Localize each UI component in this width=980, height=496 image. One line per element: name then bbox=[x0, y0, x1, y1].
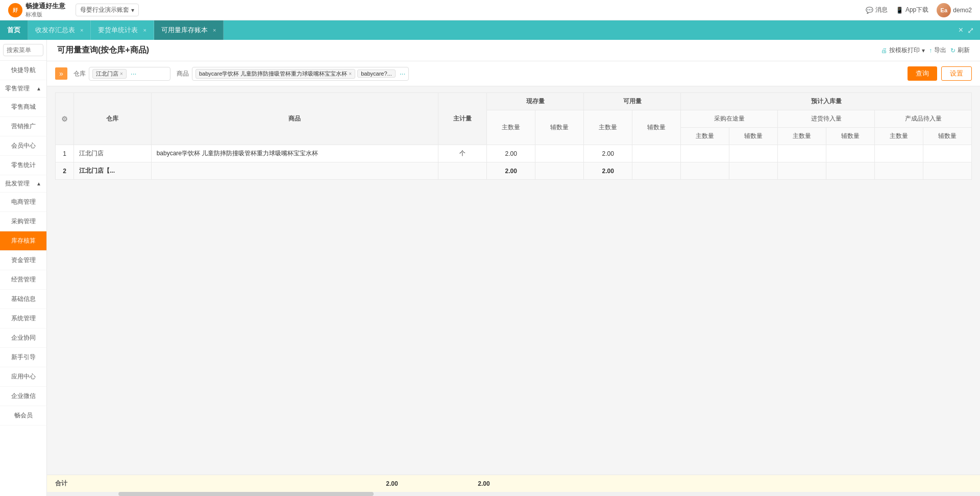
horizontal-scrollbar[interactable] bbox=[47, 492, 980, 496]
row2-prod-main bbox=[875, 162, 923, 180]
print-icon: 🖨 bbox=[881, 47, 887, 54]
sidebar-item-operation[interactable]: 经营管理 bbox=[0, 270, 46, 290]
inbound-pending-header: 进货待入量 bbox=[778, 110, 875, 128]
query-button[interactable]: 查询 bbox=[908, 66, 937, 81]
industry-selector[interactable]: 母婴行业演示账套 ▾ bbox=[76, 4, 139, 16]
footer-bar: 合计 2.00 2.00 bbox=[47, 475, 980, 492]
sidebar-item-newbie[interactable]: 新手引导 bbox=[0, 348, 46, 367]
row2-unit bbox=[438, 162, 487, 180]
sidebar-item-zero-mall[interactable]: 零售商城 bbox=[0, 98, 46, 117]
sidebar-item-batch-mgmt[interactable]: 批发管理 ▲ bbox=[0, 175, 46, 193]
prod-main-header: 主数量 bbox=[875, 128, 923, 145]
in-main-header: 主数量 bbox=[778, 128, 826, 145]
tab-home[interactable]: 首页 bbox=[0, 20, 28, 40]
warehouse-filter-input[interactable]: 江北门店 × ··· bbox=[89, 67, 170, 81]
refresh-btn[interactable]: ↻ 刷新 bbox=[950, 46, 970, 55]
row1-unit: 个 bbox=[438, 145, 487, 162]
zero-mgmt-label: 零售管理 bbox=[5, 84, 30, 93]
sidebar-item-vip[interactable]: 畅会员 bbox=[0, 406, 46, 426]
brand-name: 畅捷通好生意 bbox=[26, 2, 65, 11]
export-btn[interactable]: ↑ 导出 bbox=[929, 46, 946, 55]
tab-available[interactable]: 可用量库存账本 × bbox=[154, 20, 224, 40]
avail-main-header: 主数量 bbox=[584, 110, 632, 145]
top-bar: 好 畅捷通好生意 标准版 母婴行业演示账套 ▾ 💬 消息 📱 App下载 Ea … bbox=[0, 0, 980, 20]
home-tab-label: 首页 bbox=[7, 26, 20, 35]
app-download-btn[interactable]: 📱 App下载 bbox=[896, 6, 928, 14]
batch-mgmt-label: 批发管理 bbox=[5, 179, 30, 188]
prod-aux-header: 辅数量 bbox=[923, 128, 971, 145]
operation-label: 经营管理 bbox=[11, 276, 36, 283]
warehouse-more-icon[interactable]: ··· bbox=[131, 69, 137, 78]
product-tag2-text: babycare?... bbox=[361, 70, 392, 77]
sidebar-search-area bbox=[0, 40, 46, 61]
warehouse-tag-remove[interactable]: × bbox=[120, 71, 123, 77]
sidebar-item-app-center[interactable]: 应用中心 bbox=[0, 367, 46, 387]
setting-button[interactable]: 设置 bbox=[941, 66, 972, 81]
message-label: 消息 bbox=[875, 6, 888, 14]
order-tab-close[interactable]: × bbox=[143, 27, 146, 33]
row1-pur-main bbox=[681, 145, 729, 162]
available-tab-close[interactable]: × bbox=[213, 27, 216, 33]
sidebar-item-system[interactable]: 系统管理 bbox=[0, 309, 46, 328]
page-title: 可用量查询(按仓库+商品) bbox=[57, 45, 149, 56]
gear-icon[interactable]: ⚙ bbox=[61, 115, 68, 123]
tab-close-all-icon[interactable]: × bbox=[959, 26, 963, 35]
print-chevron-icon: ▾ bbox=[922, 47, 925, 54]
sidebar-item-purchase[interactable]: 采购管理 bbox=[0, 212, 46, 231]
avail-aux-header: 辅数量 bbox=[632, 110, 681, 145]
sidebar-item-enterprise[interactable]: 企业协同 bbox=[0, 328, 46, 348]
row2-pur-main bbox=[681, 162, 729, 180]
row1-in-aux bbox=[826, 145, 875, 162]
row1-product: babycare学饮杯 儿童防摔防撞吸管杯重力球吸嘴杯宝宝水杯 bbox=[151, 145, 438, 162]
receive-tab-label: 收发存汇总表 bbox=[35, 26, 75, 35]
finance-label: 资金管理 bbox=[11, 256, 36, 264]
quick-nav-label: 快捷导航 bbox=[11, 66, 36, 74]
order-tab-label: 要货单统计表 bbox=[98, 26, 138, 35]
footer-label: 合计 bbox=[55, 479, 96, 488]
product-tag1-remove[interactable]: × bbox=[349, 71, 352, 77]
vip-label: 畅会员 bbox=[14, 412, 33, 419]
product-filter-input[interactable]: babycare学饮杯 儿童防摔防撞吸管杯重力球吸嘴杯宝宝水杯 × babyca… bbox=[192, 67, 409, 81]
print-btn[interactable]: 🖨 按模板打印 ▾ bbox=[881, 46, 925, 55]
message-btn[interactable]: 💬 消息 bbox=[866, 6, 888, 14]
refresh-label: 刷新 bbox=[958, 46, 970, 55]
row2-index: 2 bbox=[56, 162, 74, 180]
content-area: 可用量查询(按仓库+商品) 🖨 按模板打印 ▾ ↑ 导出 ↻ 刷新 » bbox=[47, 40, 980, 496]
zero-stat-label: 零售统计 bbox=[11, 161, 36, 169]
warehouse-filter-label: 仓库 bbox=[74, 69, 86, 78]
purchase-transit-header: 采购在途量 bbox=[681, 110, 778, 128]
search-input[interactable] bbox=[3, 44, 43, 56]
sidebar-item-zero-stat[interactable]: 零售统计 bbox=[0, 156, 46, 175]
filter-expand-btn[interactable]: » bbox=[55, 67, 67, 80]
scrollbar-thumb[interactable] bbox=[118, 492, 374, 496]
receive-tab-close[interactable]: × bbox=[80, 27, 83, 33]
sidebar-item-inventory[interactable]: 库存核算 bbox=[0, 231, 46, 251]
chevron-down-icon: ▾ bbox=[131, 7, 134, 14]
table-container[interactable]: ⚙ 仓库 商品 主计量 现存量 可用量 预计入库量 主数量 辅数量 主数量 辅数… bbox=[47, 86, 980, 475]
warehouse-filter-group: 仓库 江北门店 × ··· bbox=[74, 67, 170, 81]
tab-receive[interactable]: 收发存汇总表 × bbox=[28, 20, 91, 40]
row1-prod-aux bbox=[923, 145, 971, 162]
enterprise-label: 企业协同 bbox=[11, 334, 36, 341]
tab-expand-icon[interactable]: ⤢ bbox=[967, 26, 974, 35]
sidebar-item-basic[interactable]: 基础信息 bbox=[0, 290, 46, 309]
user-menu[interactable]: Ea demo2 bbox=[937, 3, 972, 17]
sidebar-item-member[interactable]: 会员中心 bbox=[0, 136, 46, 156]
sidebar-item-finance[interactable]: 资金管理 bbox=[0, 251, 46, 270]
sidebar-item-wechat[interactable]: 企业微信 bbox=[0, 387, 46, 406]
top-bar-right: 💬 消息 📱 App下载 Ea demo2 bbox=[866, 3, 972, 17]
system-label: 系统管理 bbox=[11, 315, 36, 322]
member-label: 会员中心 bbox=[11, 142, 36, 149]
row1-stock-main: 2.00 bbox=[487, 145, 535, 162]
tab-order[interactable]: 要货单统计表 × bbox=[91, 20, 154, 40]
sidebar-item-mkt[interactable]: 营销推广 bbox=[0, 117, 46, 136]
export-icon: ↑ bbox=[929, 47, 932, 54]
product-more-icon[interactable]: ··· bbox=[400, 69, 406, 78]
sidebar-item-ecommerce[interactable]: 电商管理 bbox=[0, 193, 46, 212]
sidebar-item-quick-nav[interactable]: 快捷导航 bbox=[0, 61, 46, 80]
product-tag1-text: babycare学饮杯 儿童防摔防撞吸管杯重力球吸嘴杯宝宝水杯 bbox=[199, 70, 347, 78]
sidebar-item-zero-mgmt[interactable]: 零售管理 ▲ bbox=[0, 80, 46, 98]
newbie-label: 新手引导 bbox=[11, 353, 36, 361]
available-col-header: 可用量 bbox=[584, 93, 681, 110]
footer-cells: 合计 2.00 2.00 bbox=[55, 479, 972, 488]
